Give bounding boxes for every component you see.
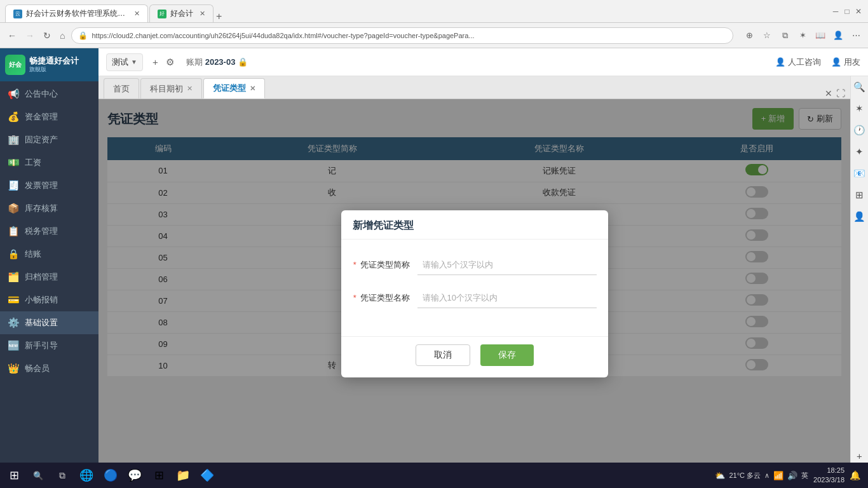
- tab-bar: 云 好会计云财务软件管理系统_会计 ✕ 好 好会计 ✕ +: [5, 0, 831, 22]
- browser-toolbar-icons: ⊕ ☆ ⧉ ✶ 📖 👤 ⋯: [742, 29, 863, 43]
- member-icon: 👑: [8, 363, 20, 374]
- start-button[interactable]: ⊞: [3, 464, 25, 487]
- archive-icon: 🗂️: [8, 271, 20, 283]
- workspace-selector[interactable]: 测试 ▼: [106, 53, 143, 71]
- taskbar-wechat-button[interactable]: 💬: [123, 464, 146, 487]
- favorites-icon[interactable]: ✶: [796, 29, 810, 43]
- add-workspace-button[interactable]: +: [151, 55, 160, 69]
- short-name-input[interactable]: [417, 255, 597, 275]
- sidebar-item-expense[interactable]: 💳 小畅报销: [0, 288, 98, 311]
- tab-voucher-type-close-icon[interactable]: ✕: [250, 85, 255, 93]
- tab2-close-icon[interactable]: ✕: [200, 10, 205, 18]
- logo-icon: 好会: [5, 55, 25, 75]
- support-button[interactable]: 👤 人工咨询: [775, 57, 821, 68]
- sidebar-item-member[interactable]: 👑 畅会员: [0, 357, 98, 380]
- right-panel-search-icon[interactable]: 🔍: [853, 81, 865, 93]
- sidebar-label-settings: 基础设置: [25, 317, 58, 329]
- taskbar-right: ⛅ 21°C 多云 ∧ 📶 🔊 英 18:25 2023/3/18 🔔: [715, 466, 865, 485]
- right-panel-plus-icon[interactable]: +: [857, 451, 862, 461]
- taskview-button[interactable]: ⧉: [51, 464, 74, 487]
- sidebar-item-inventory[interactable]: 📦 库存核算: [0, 197, 98, 220]
- right-panel-copilot-icon[interactable]: ✦: [855, 146, 864, 158]
- period-value: 2023-03: [205, 57, 236, 67]
- tab1-title: 好会计云财务软件管理系统_会计: [26, 8, 128, 19]
- tab-subjects[interactable]: 科目期初 ✕: [140, 78, 202, 98]
- tab-expand-icon[interactable]: ⛶: [836, 88, 845, 98]
- tab-home[interactable]: 首页: [104, 78, 139, 98]
- maximize-button[interactable]: □: [843, 7, 851, 16]
- sidebar-item-archive[interactable]: 🗂️ 归档管理: [0, 266, 98, 288]
- menu-icon[interactable]: ⋯: [849, 29, 863, 43]
- support-label: 人工咨询: [788, 57, 821, 68]
- sidebar-label-member: 畅会员: [25, 363, 50, 374]
- taskbar-folder-button[interactable]: 📁: [172, 464, 194, 487]
- sidebar-item-settings[interactable]: ⚙️ 基础设置: [0, 311, 98, 334]
- reading-icon[interactable]: 📖: [813, 29, 827, 43]
- funds-icon: 💰: [8, 111, 20, 123]
- taskbar-app4-button[interactable]: ⊞: [147, 464, 170, 487]
- app-header: 测试 ▼ + ⚙ 账期 2023-03 🔒 👤 人工咨询 👤 用友: [98, 48, 868, 76]
- minimize-button[interactable]: ─: [831, 7, 840, 16]
- cancel-button[interactable]: 取消: [416, 344, 470, 366]
- sidebar-item-assets[interactable]: 🏢 固定资产: [0, 128, 98, 151]
- collections-icon[interactable]: ⧉: [778, 29, 792, 43]
- full-name-label: * 凭证类型名称: [353, 292, 410, 304]
- user-button[interactable]: 👤 用友: [831, 57, 860, 68]
- taskbar-weather-icon: ⛅: [715, 471, 725, 480]
- taskbar-chevron-icon[interactable]: ∧: [764, 471, 770, 480]
- reload-button[interactable]: ↻: [41, 29, 53, 42]
- tab1-close-icon[interactable]: ✕: [134, 10, 140, 18]
- taskbar-network-icon[interactable]: 📶: [773, 471, 783, 480]
- tab-voucher-type[interactable]: 凭证类型 ✕: [203, 78, 265, 98]
- browser-tab-1[interactable]: 云 好会计云财务软件管理系统_会计 ✕: [5, 4, 148, 22]
- right-panel-person-icon[interactable]: 👤: [853, 211, 865, 222]
- guide-icon: 🆕: [8, 340, 20, 351]
- add-voucher-type-modal: 新增凭证类型 * 凭证类型简称: [341, 210, 608, 377]
- settings-gear-button[interactable]: ⚙: [164, 55, 176, 70]
- extensions-icon[interactable]: ⊕: [742, 29, 756, 43]
- taskbar-search-button[interactable]: 🔍: [28, 465, 48, 485]
- tab-voucher-type-label: 凭证类型: [213, 83, 246, 94]
- sidebar-item-invoices[interactable]: 🧾 发票管理: [0, 174, 98, 197]
- sidebar-item-salary[interactable]: 💵 工资: [0, 151, 98, 174]
- right-panel: 🔍 ✶ 🕐 ✦ 📧 ⊞ 👤 + ⚙: [850, 76, 868, 488]
- taskbar-weather-text: 21°C 多云: [729, 471, 761, 480]
- sidebar-item-funds[interactable]: 💰 资金管理: [0, 105, 98, 128]
- modal-body: * 凭证类型简称 * 凭证类型名称: [341, 240, 608, 336]
- sidebar: 好会 畅捷通好会计 旗舰版 📢 公告中心 💰 资金管理 🏢 固定资产 💵 工资: [0, 48, 98, 488]
- address-field[interactable]: 🔒 https://cloud2.chanjet.com/accounting/…: [71, 27, 733, 44]
- tab-subjects-close-icon[interactable]: ✕: [187, 85, 193, 93]
- modal-title: 新增凭证类型: [353, 219, 414, 233]
- home-button[interactable]: ⌂: [57, 29, 67, 42]
- full-name-input[interactable]: [417, 288, 597, 308]
- taskbar-sound-icon[interactable]: 🔊: [787, 471, 797, 480]
- right-panel-outlook-icon[interactable]: 📧: [853, 168, 865, 179]
- new-tab-button[interactable]: +: [216, 11, 222, 22]
- sidebar-item-guide[interactable]: 🆕 新手引导: [0, 334, 98, 357]
- workspace-dropdown-icon: ▼: [131, 58, 137, 65]
- tab-subjects-label: 科目期初: [150, 83, 183, 95]
- right-panel-history-icon[interactable]: 🕐: [853, 125, 865, 136]
- close-button[interactable]: ✕: [854, 7, 863, 16]
- browser-tab-2[interactable]: 好 好会计 ✕: [149, 4, 214, 22]
- assets-icon: 🏢: [8, 134, 20, 146]
- profile-icon[interactable]: 👤: [831, 29, 845, 43]
- tab-home-label: 首页: [113, 83, 130, 95]
- taskbar-ms-edge-button[interactable]: 🔷: [196, 464, 219, 487]
- bookmark-icon[interactable]: ☆: [760, 29, 774, 43]
- tab-close-all-icon[interactable]: ✕: [825, 88, 832, 98]
- sidebar-item-closing[interactable]: 🔒 结账: [0, 243, 98, 266]
- taskbar-chrome-button[interactable]: 🔵: [99, 464, 122, 487]
- logo-badge: 旗舰版: [29, 65, 79, 74]
- taskbar-edge-button[interactable]: 🌐: [75, 464, 98, 487]
- sidebar-item-notices[interactable]: 📢 公告中心: [0, 83, 98, 105]
- taskbar-notification-icon[interactable]: 🔔: [850, 470, 860, 480]
- save-button[interactable]: 保存: [480, 344, 534, 366]
- sidebar-item-tax[interactable]: 📋 税务管理: [0, 220, 98, 243]
- notices-icon: 📢: [8, 88, 20, 100]
- back-button[interactable]: ←: [5, 29, 19, 42]
- right-panel-apps-icon[interactable]: ⊞: [855, 189, 864, 201]
- right-panel-star-icon[interactable]: ✶: [855, 103, 864, 114]
- forward-button[interactable]: →: [23, 29, 37, 42]
- modal-footer: 取消 保存: [341, 336, 608, 377]
